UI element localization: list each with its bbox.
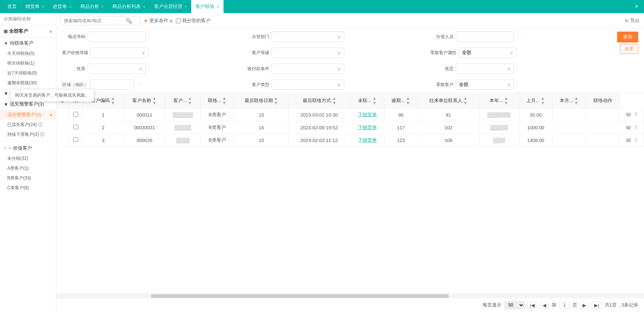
sidebar-search-input[interactable] [4,16,56,21]
last-method-link[interactable]: 下销货单 [358,137,377,143]
more-conditions-btn[interactable]: ▼ 更多条件 ∧ [144,17,173,24]
nav-purchase[interactable]: 进货单 × [48,0,76,13]
row-type: B类客户 [201,109,234,121]
close-sales-icon[interactable]: × [42,4,44,9]
sidebar-item-7days[interactable]: 近7天待联络(0) [0,68,56,78]
th-this-year[interactable]: 本年...▲▼ [479,93,519,109]
th-contact-count[interactable]: 联络...▲▼ [201,93,234,109]
zero-customer-select[interactable]: 全部 ∨ [456,80,514,90]
region-dots-icon[interactable]: ··· [138,82,142,88]
nav-sales[interactable]: 销货单 × [21,0,48,13]
prev-page-btn[interactable]: ◀ [540,301,549,309]
hscroll-thumb[interactable] [151,294,449,298]
settings-button[interactable]: 设置 [620,44,638,54]
filter-region: 区域（地区） ··· [62,80,246,90]
row-overdue: 102 [418,121,479,134]
zero-attr-select[interactable]: 全部 ∨ [459,48,517,58]
last-method-link[interactable]: 下销货单 [358,125,377,130]
sidebar-group-value[interactable]: ↻ ✎ 价值客户 [0,143,56,154]
contact-action-icon[interactable]: ☎ [625,125,631,130]
query-button[interactable]: 查询 [617,32,638,42]
sidebar-item-tomorrow[interactable]: 明天待联络(1) [0,58,56,68]
person-input[interactable] [456,32,514,42]
close-customer-tier-icon[interactable]: × [185,4,187,9]
row-unit-contact: ███ 3... [479,121,519,134]
person-dots-icon[interactable]: ··· [518,34,522,40]
my-customers-check[interactable] [176,19,181,23]
row-checkbox-cell[interactable] [69,134,82,147]
sidebar-item-a-class[interactable]: A类客户(1) [0,163,56,173]
region-input[interactable] [90,80,134,90]
close-purchase-icon[interactable]: × [69,4,71,9]
sidebar-item-c-class[interactable]: C类客户(6) [0,183,56,193]
contact-action-icon[interactable]: ☎ [625,112,631,117]
sidebar-item-lost[interactable]: 已流失客户(24) ⓘ [0,120,56,130]
row-last-method[interactable]: 下销货单 [351,121,385,134]
sidebar-item-today[interactable]: 今天待联络(0) [0,49,56,58]
page-size-select[interactable]: 50 100 [504,301,524,309]
next-page-btn[interactable]: ▶ [580,301,589,309]
th-no-contact[interactable]: 未联...▲▼ [351,93,385,109]
nav-customer-tier[interactable]: 客户分层经营 × [150,0,191,13]
sidebar-item-overdue[interactable]: 逾期未联络(30) [0,78,56,88]
nav-product-analysis[interactable]: 商品分析 × [76,0,108,13]
th-last-date[interactable]: 最后联络日期▲▼ [234,93,289,109]
th-overdue[interactable]: 逾期...▲▼ [384,93,418,109]
status-select[interactable]: ∨ [456,64,514,74]
export-button[interactable]: ↻ 导出 [625,17,640,24]
payment-select[interactable]: ∨ [271,64,344,74]
phone-input[interactable] [88,32,146,42]
dept-select[interactable]: ∨ [271,32,344,42]
nav-home[interactable]: 首页 [3,0,21,13]
nature-select[interactable]: ∨ [88,64,146,74]
more-action-icon[interactable]: ⠿ [634,112,638,117]
th-this-month[interactable]: 本月...▲▼ [552,93,586,109]
row-checkbox[interactable] [73,137,78,142]
row-checkbox-cell[interactable] [69,109,82,121]
th-type[interactable]: 客户...▲▼ [165,93,200,109]
search-input[interactable] [64,18,126,23]
last-page-btn[interactable]: ▶| [592,301,601,309]
row-checkbox[interactable] [73,125,78,129]
customer-type-select[interactable]: ∨ [271,80,344,90]
customer-grade-select[interactable]: ∨ [271,48,344,58]
collapse-icon[interactable]: « [49,28,52,35]
search-submit-icon[interactable]: 🔍 [126,18,132,24]
th-name[interactable]: 客户名称▲▼ [124,93,165,109]
edit-icon: ✎ [8,146,12,151]
row-actions[interactable]: ☎ ⠿ [620,109,644,121]
row-last-method[interactable]: 下销货单 [351,134,385,147]
sort-no-contact-icon: ▲▼ [372,96,377,105]
th-unit-contact[interactable]: 往来单位联系人▲▼ [418,93,479,109]
sidebar-item-loss-warning[interactable]: 流失预警客户(3) ● [0,110,56,120]
sidebar-item-ungroup[interactable]: 未分组(32) [0,154,56,163]
close-product-list-icon[interactable]: × [143,4,145,9]
price-grade-select[interactable]: ∨ [90,48,149,58]
more-action-icon[interactable]: ⠿ [634,125,638,130]
nav-customer-contact[interactable]: 客户联络 × [191,0,223,13]
sidebar-item-b-class[interactable]: B类客户(33) [0,173,56,183]
close-product-analysis-icon[interactable]: × [101,4,104,9]
row-actions[interactable]: ☎ ⠿ [620,134,644,147]
contact-action-icon[interactable]: ☎ [625,138,631,143]
row-checkbox-cell[interactable] [69,121,82,134]
sidebar-all-customers[interactable]: ⊞ 全部客户 « [0,25,56,38]
last-method-link[interactable]: 下销货单 [358,112,377,117]
my-customers-checkbox[interactable]: 我分管的客户 [176,17,210,24]
row-actions[interactable]: ☎ ⠿ [620,121,644,134]
filter-price-grade: 客户价格等级 ∨ [62,48,246,58]
nav-product-list[interactable]: 商品分析列表 × [108,0,149,13]
sort-unit-icon: ▲▼ [463,96,468,105]
close-all-button[interactable]: × [632,3,641,10]
row-last-method[interactable]: 下销货单 [351,109,385,121]
th-last-month[interactable]: 上月...▲▼ [519,93,552,109]
first-page-btn[interactable]: |◀ [527,301,537,309]
sidebar-group-pending[interactable]: ▼ 待联络客户 [0,38,56,49]
th-last-method[interactable]: 最后联络方式▲▼ [289,93,351,109]
close-customer-contact-icon[interactable]: × [217,4,219,9]
row-checkbox[interactable] [73,112,78,117]
sort-this-month-icon: ▲▼ [574,96,579,105]
more-action-icon[interactable]: ⠿ [634,138,638,143]
hscroll-bar[interactable] [56,293,644,298]
sidebar-item-declining[interactable]: 持续下滑客户(2) ⓘ [0,130,56,139]
